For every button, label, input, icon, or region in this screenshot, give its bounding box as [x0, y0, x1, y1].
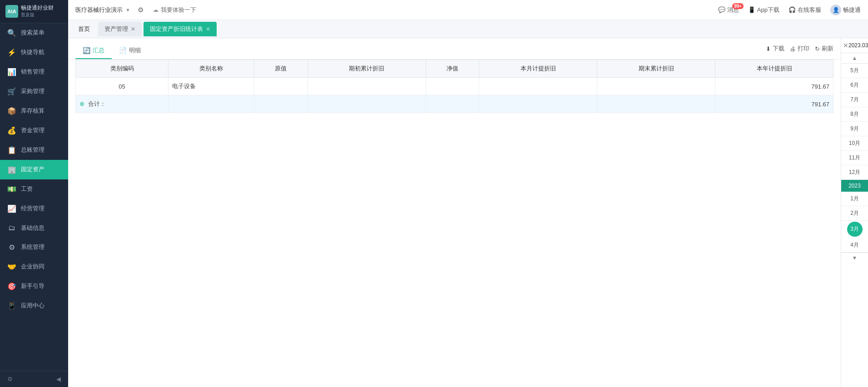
date-panel-title: 2023.03 — [848, 42, 868, 49]
tab-depreciation[interactable]: 固定资产折旧统计表 ✕ — [144, 22, 217, 36]
online-service-button[interactable]: 🎧 在线客服 — [789, 6, 821, 14]
trial-button[interactable]: ☁ 我要体验一下 — [153, 6, 196, 14]
total-net — [426, 95, 479, 113]
funds-icon: 💰 — [7, 126, 16, 135]
date-month-2023-2[interactable]: 2月 — [841, 206, 868, 221]
basic-icon: 🗂 — [7, 224, 16, 232]
date-month-2022-5[interactable]: 5月 — [841, 64, 868, 78]
date-month-2022-8[interactable]: 8月 — [841, 107, 868, 122]
company-dropdown-arrow: ▼ — [125, 7, 130, 13]
refresh-icon: ↻ — [815, 45, 820, 52]
sub-tab-summary[interactable]: 🔄 汇总 — [75, 43, 112, 59]
topbar: 医疗器械行业演示 ▼ ⚙ ☁ 我要体验一下 💬 消息 99+ 📱 App下载 🎧… — [68, 0, 868, 20]
logo-text-icon: AtA — [7, 9, 16, 14]
system-icon: ⚙ — [7, 243, 16, 252]
ledger-icon: 📋 — [7, 146, 16, 154]
company-name: 医疗器械行业演示 — [75, 6, 123, 14]
date-month-2023-1[interactable]: 1月 — [841, 192, 868, 206]
date-month-2023-3[interactable]: 3月 — [847, 222, 863, 237]
cell-code: 05 — [76, 78, 169, 95]
logo-text-block: 畅捷通好业财 普及版 — [21, 5, 54, 18]
date-month-2022-10[interactable]: 10月 — [841, 136, 868, 151]
date-panel: ✕ 2023.03 ⇔ ▲ 5月 6月 7月 8月 9月 10月 11月 12月… — [841, 38, 868, 387]
expand-icon[interactable]: ⊕ — [79, 100, 84, 107]
total-month-dep — [479, 95, 597, 113]
date-year-2023: 2023 — [841, 180, 868, 192]
sidebar-label-assets: 固定资产 — [21, 165, 45, 174]
sidebar-item-enterprise[interactable]: 🤝 企业协同 — [0, 257, 68, 277]
print-button[interactable]: 🖨 打印 — [790, 45, 809, 53]
total-init-accum — [308, 95, 426, 113]
company-selector[interactable]: 医疗器械行业演示 ▼ — [75, 6, 130, 14]
settings-icon[interactable]: ⚙ — [7, 376, 13, 382]
sidebar-item-ledger[interactable]: 📋 总账管理 — [0, 140, 68, 160]
sidebar-label-purchase: 采购管理 — [21, 87, 45, 95]
date-month-2022-9[interactable]: 9月 — [841, 122, 868, 136]
sidebar-item-sales[interactable]: 📊 销售管理 — [0, 62, 68, 82]
assets-icon: 🏢 — [7, 165, 16, 174]
sidebar-item-guide[interactable]: 🎯 新手引导 — [0, 277, 68, 296]
total-label-cell: ⊕ 合计： — [76, 95, 169, 113]
sidebar-item-purchase[interactable]: 🛒 采购管理 — [0, 82, 68, 101]
sub-tabs: 🔄 汇总 📄 明细 — [68, 38, 155, 59]
logo-sub: 普及版 — [21, 12, 54, 18]
sidebar-item-operation[interactable]: 📈 经营管理 — [0, 199, 68, 218]
date-month-2022-11[interactable]: 11月 — [841, 151, 868, 165]
tab-home-label: 首页 — [78, 25, 90, 33]
total-row: ⊕ 合计： 791.67 — [76, 95, 833, 113]
date-month-2023-4[interactable]: 4月 — [841, 238, 868, 253]
page-content: 🔄 汇总 📄 明细 ⬇ 下载 — [68, 38, 868, 387]
detail-label: 明细 — [129, 46, 141, 55]
summary-label: 汇总 — [93, 46, 104, 55]
tab-depreciation-close[interactable]: ✕ — [206, 26, 210, 32]
table-row: 05 电子设备 791.67 — [76, 78, 833, 95]
guide-icon: 🎯 — [7, 282, 16, 291]
sidebar-item-assets[interactable]: 🏢 固定资产 — [0, 160, 68, 179]
date-nav-down[interactable]: ▼ — [841, 253, 868, 263]
settings-gear-icon[interactable]: ⚙ — [138, 6, 144, 14]
date-panel-header: ✕ 2023.03 ⇔ — [841, 38, 868, 53]
date-month-2022-7[interactable]: 7月 — [841, 93, 868, 107]
sidebar-item-search[interactable]: 🔍 搜索菜单 — [0, 23, 68, 43]
print-icon: 🖨 — [790, 45, 796, 52]
quicknav-icon: ⚡ — [7, 48, 16, 57]
collapse-icon[interactable]: ◀ — [56, 376, 61, 382]
sidebar-label-system: 系统管理 — [21, 243, 45, 251]
sub-tab-detail[interactable]: 📄 明细 — [112, 43, 148, 59]
sidebar-bottom: ⚙ ◀ — [0, 371, 68, 387]
tab-asset-mgmt-close[interactable]: ✕ — [131, 26, 135, 32]
content-with-datepanel: 🔄 汇总 📄 明细 ⬇ 下载 — [68, 38, 868, 387]
sidebar-item-system[interactable]: ⚙ 系统管理 — [0, 238, 68, 257]
logo-name: 畅捷通好业财 — [21, 5, 54, 12]
tab-home[interactable]: 首页 — [72, 22, 96, 36]
refresh-button[interactable]: ↻ 刷新 — [815, 45, 833, 53]
date-panel-close[interactable]: ✕ — [843, 42, 848, 49]
sidebar-item-basic[interactable]: 🗂 基础信息 — [0, 218, 68, 238]
messages-badge: 99+ — [732, 3, 744, 9]
sidebar-item-funds[interactable]: 💰 资金管理 — [0, 121, 68, 140]
trial-icon: ☁ — [153, 6, 159, 13]
col-header-init-accum: 期初累计折旧 — [308, 60, 426, 78]
tab-asset-mgmt[interactable]: 资产管理 ✕ — [98, 22, 142, 36]
date-nav-up[interactable]: ▲ — [841, 53, 868, 64]
cell-original — [254, 78, 308, 95]
total-label: 合计： — [88, 100, 106, 107]
messages-icon: 💬 — [718, 6, 725, 13]
download-button[interactable]: ⬇ 下载 — [766, 45, 784, 53]
cell-name: 电子设备 — [169, 78, 254, 95]
sidebar-item-inventory[interactable]: 📦 库存核算 — [0, 101, 68, 121]
summary-icon: 🔄 — [83, 47, 90, 54]
sidebar-item-payroll[interactable]: 💵 工资 — [0, 179, 68, 199]
sidebar: AtA 畅捷通好业财 普及版 🔍 搜索菜单 ⚡ 快捷导航 📊 销售管理 🛒 采购… — [0, 0, 68, 387]
sidebar-menu: 🔍 搜索菜单 ⚡ 快捷导航 📊 销售管理 🛒 采购管理 📦 库存核算 💰 资金管… — [0, 23, 68, 371]
sidebar-item-appcenter[interactable]: 📱 应用中心 — [0, 296, 68, 316]
user-menu[interactable]: 👤 畅捷通 — [830, 5, 861, 15]
sidebar-item-quicknav[interactable]: ⚡ 快捷导航 — [0, 43, 68, 62]
download-label: 下载 — [773, 45, 784, 53]
col-header-original: 原值 — [254, 60, 308, 78]
date-month-2022-12[interactable]: 12月 — [841, 165, 868, 180]
app-download-button[interactable]: 📱 App下载 — [748, 6, 779, 14]
messages-button[interactable]: 💬 消息 99+ — [718, 6, 739, 14]
main-content: 🔄 汇总 📄 明细 ⬇ 下载 — [68, 38, 841, 387]
date-month-2022-6[interactable]: 6月 — [841, 78, 868, 93]
